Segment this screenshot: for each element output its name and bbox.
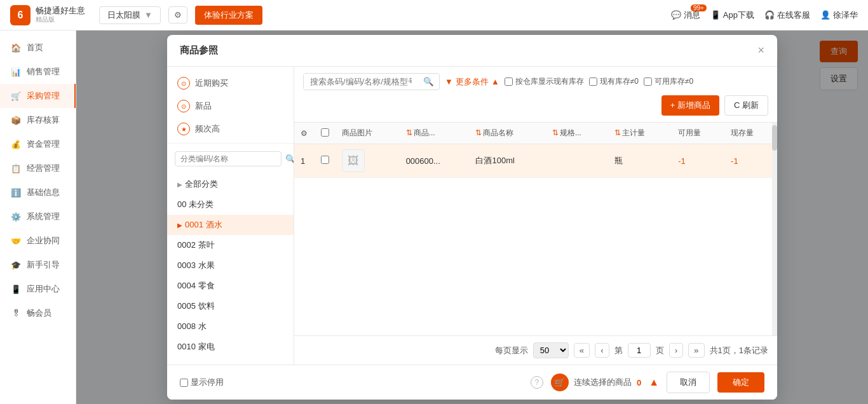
sidebar-item-home[interactable]: 🏠 首页 bbox=[0, 36, 76, 60]
filter-check-available-label: 可用库存≠0 bbox=[654, 76, 693, 87]
refresh-button[interactable]: C 刷新 bbox=[724, 95, 768, 116]
modal-close-button[interactable]: × bbox=[757, 44, 764, 57]
modal-overlay: 商品参照 × ⊙ 近期购买 ⊙ 新品 bbox=[76, 30, 868, 404]
last-page-button[interactable]: » bbox=[688, 343, 704, 358]
col-settings[interactable]: ⚙ bbox=[294, 123, 315, 144]
sidebar-item-inventory[interactable]: 📦 库存核算 bbox=[0, 108, 76, 132]
add-product-button[interactable]: + 新增商品 bbox=[661, 95, 719, 116]
sidebar-item-member[interactable]: 🎖 畅会员 bbox=[0, 301, 76, 325]
message-badge: 99+ bbox=[691, 4, 707, 11]
col-spec[interactable]: ⇅规格... bbox=[546, 123, 608, 144]
service-button[interactable]: 🎧 在线客服 bbox=[764, 10, 810, 21]
next-page-button[interactable]: › bbox=[669, 343, 683, 358]
category-water[interactable]: 0008 水 bbox=[167, 316, 294, 337]
manage-icon: 📋 bbox=[10, 163, 22, 174]
filter-check-warehouse-label: 按仓库显示现有库存 bbox=[515, 76, 584, 87]
sidebar-item-collab[interactable]: 🤝 企业协同 bbox=[0, 229, 76, 253]
first-page-button[interactable]: « bbox=[574, 343, 590, 358]
filter-search-input[interactable] bbox=[304, 74, 418, 90]
col-checkbox bbox=[315, 123, 336, 144]
per-page-label: 每页显示 bbox=[495, 345, 528, 356]
app-download-button[interactable]: 📱 App下载 bbox=[710, 10, 754, 21]
new-label: 新品 bbox=[195, 100, 212, 112]
sidebar-item-info[interactable]: ℹ️ 基础信息 bbox=[0, 180, 76, 205]
prev-page-button[interactable]: ‹ bbox=[595, 343, 609, 358]
filter-search-wrap: 🔍 bbox=[303, 73, 440, 90]
app-label: App下载 bbox=[723, 10, 754, 21]
category-label: 0001 酒水 bbox=[185, 219, 222, 231]
expand-arrow-icon: ▶ bbox=[177, 181, 182, 188]
guide-icon: 🎓 bbox=[10, 259, 22, 271]
filter-check-available[interactable]: 可用库存≠0 bbox=[644, 76, 693, 87]
sidebar-item-label: 销售管理 bbox=[27, 66, 60, 77]
sidebar-item-purchase[interactable]: 🛒 采购管理 bbox=[0, 84, 76, 108]
filter-check-existing[interactable]: 现有库存≠0 bbox=[589, 76, 639, 87]
category-drink[interactable]: 0005 饮料 bbox=[167, 296, 294, 316]
modal-header: 商品参照 × bbox=[167, 35, 777, 67]
col-unit[interactable]: ⇅主计量 bbox=[608, 123, 672, 144]
category-search-input[interactable] bbox=[175, 151, 281, 166]
col-name[interactable]: ⇅商品名称 bbox=[469, 123, 545, 144]
message-button[interactable]: 💬 消息 99+ bbox=[671, 10, 700, 21]
confirm-button[interactable]: 确定 bbox=[717, 372, 764, 393]
sidebar-item-fund[interactable]: 💰 资金管理 bbox=[0, 132, 76, 156]
frequent-icon: ★ bbox=[177, 123, 190, 135]
show-disabled-checkbox[interactable] bbox=[180, 379, 188, 387]
info-icon: ℹ️ bbox=[10, 187, 22, 198]
filter-check-warehouse-input[interactable] bbox=[505, 77, 513, 86]
member-icon: 🎖 bbox=[10, 307, 22, 319]
category-label: 0005 饮料 bbox=[177, 300, 215, 312]
frequent-label: 频次高 bbox=[195, 123, 220, 135]
category-liquor[interactable]: ▶ 0001 酒水 bbox=[167, 215, 294, 235]
page-suffix: 页 bbox=[656, 345, 664, 356]
sidebar-item-apps[interactable]: 📱 应用中心 bbox=[0, 277, 76, 301]
filter-check-available-input[interactable] bbox=[644, 77, 652, 86]
scrollbar-v[interactable] bbox=[772, 123, 777, 335]
filter-check-warehouse[interactable]: 按仓库显示现有库存 bbox=[505, 76, 584, 87]
home-icon: 🏠 bbox=[10, 42, 22, 53]
category-search-button[interactable]: 🔍 bbox=[285, 154, 294, 164]
category-unclassified[interactable]: 00 未分类 bbox=[167, 194, 294, 215]
cancel-button[interactable]: 取消 bbox=[667, 372, 710, 393]
page-label: 第 bbox=[614, 345, 623, 356]
fund-icon: 💰 bbox=[10, 138, 22, 150]
sales-icon: 📊 bbox=[10, 66, 22, 77]
left-panel-item-recent[interactable]: ⊙ 近期购买 bbox=[167, 72, 294, 95]
category-all[interactable]: ▶ 全部分类 bbox=[167, 174, 294, 194]
nav-dropdown[interactable]: 日太阳膜 ▼ bbox=[99, 6, 161, 24]
modal-dialog: 商品参照 × ⊙ 近期购买 ⊙ 新品 bbox=[167, 35, 777, 400]
experience-button[interactable]: 体验行业方案 bbox=[195, 6, 262, 25]
active-arrow-icon: ▶ bbox=[177, 222, 182, 229]
per-page-select[interactable]: 50 10 20 100 bbox=[533, 342, 569, 358]
cell-checkbox[interactable] bbox=[315, 144, 336, 178]
filter-search-button[interactable]: 🔍 bbox=[418, 74, 439, 90]
help-icon[interactable]: ? bbox=[531, 376, 543, 389]
show-disabled-check[interactable]: 显示停用 bbox=[180, 377, 224, 388]
sidebar-item-system[interactable]: ⚙️ 系统管理 bbox=[0, 205, 76, 229]
cell-spec bbox=[546, 144, 608, 178]
settings-button[interactable]: ⚙ bbox=[168, 6, 187, 24]
filter-check-existing-input[interactable] bbox=[589, 77, 597, 86]
sidebar-item-guide[interactable]: 🎓 新手引导 bbox=[0, 253, 76, 277]
product-thumbnail: 🖼 bbox=[342, 149, 365, 172]
recent-icon: ⊙ bbox=[177, 77, 190, 90]
category-appliance[interactable]: 0010 家电 bbox=[167, 337, 294, 357]
inventory-icon: 📦 bbox=[10, 114, 22, 126]
page-input[interactable] bbox=[628, 343, 651, 358]
category-fruit[interactable]: 0003 水果 bbox=[167, 255, 294, 276]
category-snack[interactable]: 0004 零食 bbox=[167, 276, 294, 296]
col-code[interactable]: ⇅商品... bbox=[400, 123, 470, 144]
filter-more-button[interactable]: ▼ 更多条件 ▲ bbox=[445, 76, 499, 88]
left-panel-item-new[interactable]: ⊙ 新品 bbox=[167, 95, 294, 118]
collapse-arrow-button[interactable]: ▲ bbox=[649, 377, 659, 388]
show-disabled-label: 显示停用 bbox=[191, 377, 224, 388]
category-tea[interactable]: 0002 茶叶 bbox=[167, 235, 294, 255]
table-row[interactable]: 1 🖼 000600... 白酒100ml 瓶 bbox=[294, 144, 777, 178]
user-menu[interactable]: 👤 徐泽华 bbox=[820, 10, 858, 21]
select-all-checkbox[interactable] bbox=[321, 128, 329, 137]
left-panel-item-frequent[interactable]: ★ 频次高 bbox=[167, 118, 294, 140]
category-label: 0004 零食 bbox=[177, 280, 215, 292]
filter-icon: ▼ bbox=[445, 77, 453, 86]
sidebar-item-manage[interactable]: 📋 经营管理 bbox=[0, 156, 76, 180]
sidebar-item-sales[interactable]: 📊 销售管理 bbox=[0, 60, 76, 84]
